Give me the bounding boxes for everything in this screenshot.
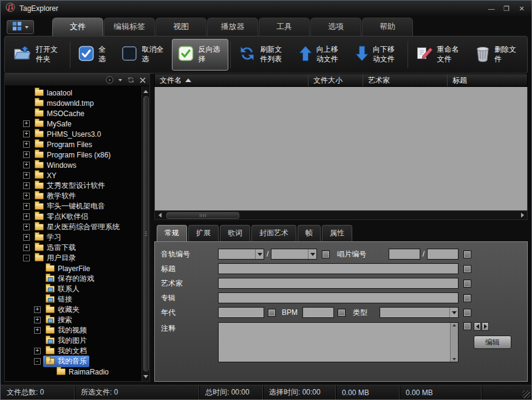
disc-checkbox[interactable] [463, 250, 471, 258]
tree-item[interactable]: laoatool [5, 88, 142, 98]
tree-node[interactable]: PHMS_Users3.0 [32, 129, 103, 139]
move-file-down-button[interactable]: 向下移动文件 [349, 39, 406, 71]
invert-selection-button[interactable]: 反向选择 [172, 39, 228, 71]
tree-item[interactable]: msdownld.tmp [5, 98, 142, 108]
tree-item[interactable]: 保存的游戏 [5, 274, 142, 284]
tree-expand-toggle[interactable] [23, 244, 30, 251]
scroll-right-button[interactable] [518, 212, 527, 219]
tree-node[interactable]: PlayerFile [43, 264, 92, 274]
track-checkbox[interactable] [322, 250, 330, 258]
chevron-down-icon[interactable] [118, 79, 122, 81]
track-number-input[interactable] [219, 250, 255, 258]
tree-item[interactable]: XY [5, 170, 142, 181]
tree-item[interactable]: RaimaRadio [5, 367, 142, 377]
resize-grip[interactable] [522, 390, 530, 398]
tree-item[interactable]: 迅雷下载 [5, 243, 142, 253]
chevron-down-icon[interactable] [255, 249, 264, 259]
column-title[interactable]: 标题 [448, 74, 527, 86]
tree-node[interactable]: 我的音乐 [43, 356, 89, 367]
track-number-combo[interactable] [218, 249, 264, 260]
tree-item[interactable]: 搜索 [5, 315, 142, 325]
tree-node[interactable]: Program Files (x86) [32, 150, 113, 160]
refresh-tree-icon[interactable] [127, 76, 135, 84]
tree-item[interactable]: MySafe [5, 119, 142, 129]
tree-expand-toggle[interactable] [23, 213, 30, 220]
tree-expand-toggle[interactable] [23, 141, 30, 148]
close-panel-icon[interactable] [140, 77, 146, 83]
tree-expand-toggle[interactable] [34, 358, 41, 365]
genre-combo[interactable] [380, 307, 459, 318]
tree-item[interactable]: 星火医药综合管理系统 [5, 222, 142, 232]
file-list-body[interactable] [154, 87, 528, 211]
tree-item[interactable]: 零点K歌伴侣 [5, 212, 142, 222]
tree-expand-toggle[interactable] [23, 172, 30, 179]
tree-item[interactable]: PlayerFile [5, 263, 142, 274]
artist-checkbox[interactable] [463, 280, 471, 288]
maximize-button[interactable]: ❐ [502, 5, 511, 13]
year-input[interactable] [218, 307, 264, 318]
tree-item[interactable]: 收藏夹 [5, 305, 142, 315]
artist-input[interactable] [218, 278, 459, 289]
tab-player[interactable]: 播放器 [207, 18, 258, 36]
comment-checkbox[interactable] [463, 322, 471, 330]
tree-item[interactable]: 我的音乐 [5, 356, 142, 367]
tree-item[interactable]: 联系人 [5, 284, 142, 294]
tree-node[interactable]: msdownld.tmp [32, 98, 96, 108]
history-icon[interactable] [106, 76, 114, 84]
tree-item[interactable]: Windows [5, 160, 142, 170]
prev-frame-button[interactable] [474, 322, 481, 331]
genre-input[interactable] [380, 308, 449, 317]
tree-node[interactable]: MySafe [32, 119, 74, 129]
tree-item[interactable]: 牢头一键机架电音 [5, 201, 142, 212]
tree-expand-toggle[interactable] [23, 255, 30, 261]
tree-expand-toggle[interactable] [23, 203, 30, 210]
title-input[interactable] [218, 263, 459, 274]
file-list-horizontal-scrollbar[interactable] [154, 211, 528, 220]
deselect-all-button[interactable]: 取消全选 [115, 39, 172, 71]
bpm-checkbox[interactable] [268, 309, 276, 317]
tree-item[interactable]: 用户目录 [5, 253, 142, 263]
tab-properties[interactable]: 属性 [322, 225, 352, 241]
tree-item[interactable]: 我的图片 [5, 336, 142, 346]
tree-expand-toggle[interactable] [34, 327, 41, 334]
next-frame-button[interactable] [482, 322, 489, 331]
tree-expand-toggle[interactable] [23, 224, 30, 230]
genre-field-checkbox[interactable] [463, 309, 471, 317]
move-file-up-button[interactable]: 向上移动文件 [293, 39, 349, 71]
rename-file-button[interactable]: 重命名文件 [410, 39, 469, 71]
tree-item[interactable]: 学习 [5, 232, 142, 243]
tree-node[interactable]: Program Files [32, 140, 95, 150]
scroll-down-button[interactable] [142, 373, 149, 380]
disc-number-input[interactable] [389, 249, 420, 260]
tree-node[interactable]: laoatool [32, 88, 75, 98]
tab-frames[interactable]: 帧 [298, 225, 321, 241]
scroll-down-button[interactable] [452, 358, 456, 360]
bpm-input[interactable] [302, 307, 334, 318]
comment-input[interactable] [219, 323, 450, 362]
tree-expand-toggle[interactable] [23, 131, 30, 137]
tab-file[interactable]: 文件 [52, 18, 103, 36]
tree-item[interactable]: 教学软件 [5, 191, 142, 201]
tree-item[interactable]: 我的视频 [5, 325, 142, 336]
close-button[interactable]: ✕ [517, 5, 527, 13]
tree-expand-toggle[interactable] [34, 348, 41, 354]
tree-expand-toggle[interactable] [23, 234, 30, 241]
tree-node[interactable]: Windows [32, 160, 79, 170]
app-menu-button[interactable] [7, 20, 34, 34]
tab-help[interactable]: 帮助 [362, 18, 413, 36]
tab-options[interactable]: 选项 [310, 18, 361, 36]
disc-total-input[interactable] [427, 249, 459, 260]
column-filename[interactable]: 文件名 [155, 74, 309, 86]
tree-item[interactable]: MSOCache [5, 108, 142, 119]
column-filesize[interactable]: 文件大小 [309, 74, 363, 86]
tab-general[interactable]: 常规 [157, 225, 187, 241]
edit-button[interactable]: 编辑 [474, 336, 511, 349]
album-input[interactable] [218, 292, 459, 303]
scroll-left-button[interactable] [155, 212, 164, 219]
tree-item[interactable]: Program Files [5, 139, 142, 150]
scrollbar-thumb[interactable] [143, 96, 149, 371]
tree-item[interactable]: 我的文档 [5, 346, 142, 356]
select-all-button[interactable]: 全选 [72, 39, 115, 71]
tab-edit-tags[interactable]: 编辑标签 [104, 18, 155, 36]
delete-file-button[interactable]: 删除文件 [469, 39, 525, 71]
